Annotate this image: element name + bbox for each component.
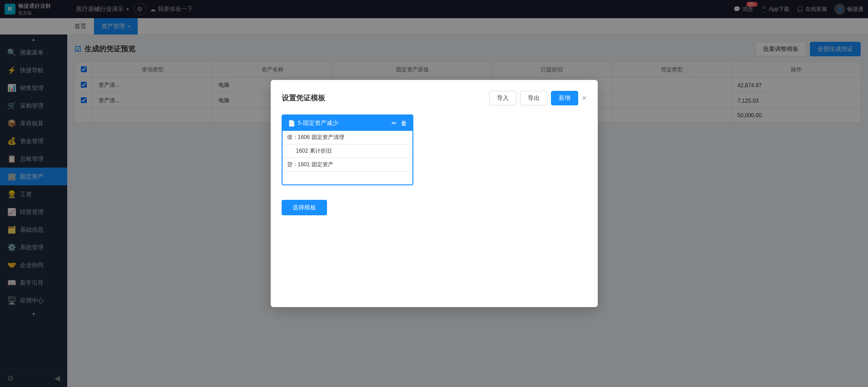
entry-col2 [384, 131, 398, 144]
template-entry-debit-2: 1602 累计折旧 [283, 144, 412, 158]
modal-header: 设置凭证模板 导入 导出 新增 × [282, 91, 587, 105]
entry-debit-label-1: 借：1606 固定资产清理 [283, 131, 385, 144]
entry-col2-3 [384, 158, 398, 172]
entry-empty [283, 172, 385, 184]
export-button[interactable]: 导出 [520, 91, 547, 105]
modal: 设置凭证模板 导入 导出 新增 × 📄 5-固定资产减少 ✏ [271, 80, 598, 307]
modal-close-icon[interactable]: × [582, 94, 587, 102]
entry-empty-3 [398, 172, 412, 184]
select-template-button[interactable]: 选择模板 [282, 200, 327, 215]
template-id-name: 5-固定资产减少 [298, 119, 339, 127]
modal-header-right: 导入 导出 新增 × [489, 91, 587, 105]
modal-actions: 导入 导出 新增 [489, 91, 578, 105]
template-edit-icon[interactable]: ✏ [392, 119, 397, 127]
template-entry-credit-1: 贷：1601 固定资产 [283, 158, 412, 172]
template-file-icon: 📄 [288, 120, 295, 127]
template-entries-table: 借：1606 固定资产清理 1602 累计折旧 贷：1601 固定资产 [283, 131, 412, 184]
entry-empty-2 [384, 172, 398, 184]
import-button[interactable]: 导入 [489, 91, 516, 105]
modal-body: 📄 5-固定资产减少 ✏ 🗑 借：1606 固定资产清理 [282, 114, 587, 215]
template-card-header: 📄 5-固定资产减少 ✏ 🗑 [283, 115, 412, 131]
entry-col3-3 [398, 158, 412, 172]
new-button[interactable]: 新增 [551, 91, 578, 105]
template-delete-icon[interactable]: 🗑 [401, 119, 407, 127]
entry-col3-2 [398, 144, 412, 158]
template-card-body: 借：1606 固定资产清理 1602 累计折旧 贷：1601 固定资产 [283, 131, 412, 184]
entry-credit-label-1: 贷：1601 固定资产 [283, 158, 385, 172]
template-card: 📄 5-固定资产减少 ✏ 🗑 借：1606 固定资产清理 [282, 114, 413, 185]
entry-col3 [398, 131, 412, 144]
template-card-actions: ✏ 🗑 [392, 119, 407, 127]
template-card-title: 📄 5-固定资产减少 [288, 119, 339, 127]
template-entry-empty [283, 172, 412, 184]
modal-title: 设置凭证模板 [282, 94, 325, 103]
modal-overlay: 设置凭证模板 导入 导出 新增 × 📄 5-固定资产减少 ✏ [0, 0, 868, 387]
entry-col2-2 [384, 144, 398, 158]
entry-debit-label-2: 1602 累计折旧 [283, 144, 385, 158]
template-entry-debit-1: 借：1606 固定资产清理 [283, 131, 412, 144]
select-template-wrapper: 选择模板 [282, 193, 587, 215]
